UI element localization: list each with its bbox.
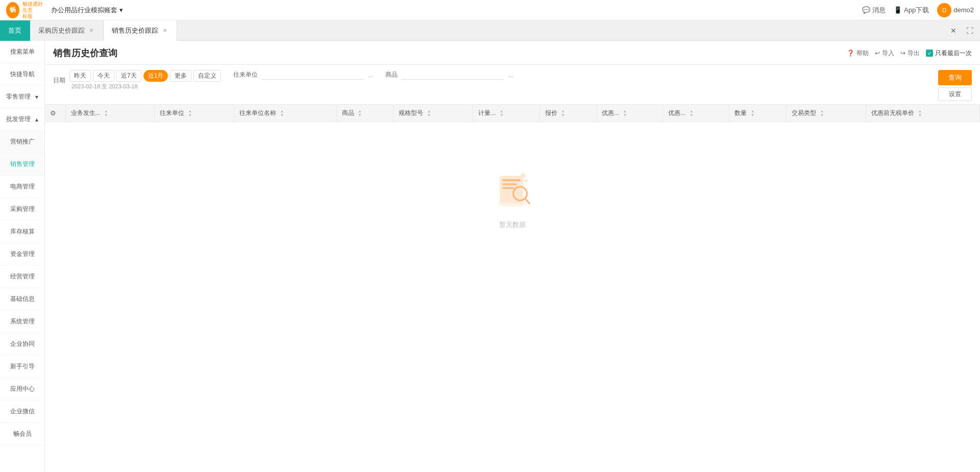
sidebar-item-wholesale-mgmt[interactable]: 批发管理 ▴ [0, 108, 44, 131]
sort-icon: ▲▼ [918, 109, 922, 117]
import-icon: ↩ [875, 50, 880, 57]
sidebar-item-finance[interactable]: 资金管理 [0, 243, 44, 266]
sidebar-item-new-guide[interactable]: 新手引导 [0, 356, 44, 378]
sidebar-item-sales-promo[interactable]: 营销推广 [0, 131, 44, 153]
query-button[interactable]: 查询 [938, 70, 972, 85]
last-only-checkbox[interactable]: ✓ 只看最后一次 [926, 49, 972, 58]
sidebar-item-search-menu[interactable]: 搜索菜单 [0, 41, 44, 63]
close-sales-tab-icon[interactable]: ✕ [161, 27, 168, 34]
sort-icon: ▲▼ [188, 109, 192, 117]
col-gear[interactable]: ⚙ [45, 105, 65, 122]
chevron-down-icon: ▾ [119, 6, 123, 14]
results-table: ⚙ 业务发生... ▲▼ 往来单位 ▲▼ 往来单位名称 ▲▼ [45, 105, 980, 122]
col-discount2[interactable]: 优惠... ▲▼ [663, 105, 729, 122]
sidebar-item-ecommerce[interactable]: 电商管理 [0, 176, 44, 198]
col-discount1[interactable]: 优惠... ▲▼ [597, 105, 663, 122]
help-button[interactable]: ❓ 帮助 [847, 49, 869, 58]
sidebar-item-purchase[interactable]: 采购管理 [0, 198, 44, 221]
empty-illustration [487, 163, 538, 214]
tab-sales-history[interactable]: 销售历史价跟踪 ✕ [104, 20, 177, 41]
sidebar-item-retail-mgmt[interactable]: 零售管理 ▾ [0, 86, 44, 108]
date-filter-group: 日期 昨天 今天 近7天 近1月 更多 自定义 2023-02-18 至 202… [53, 70, 221, 90]
gear-icon: ⚙ [50, 109, 56, 117]
date-btn-more[interactable]: 更多 [170, 70, 191, 82]
col-trade-type[interactable]: 交易类型 ▲▼ [787, 105, 866, 122]
sort-icon: ▲▼ [820, 109, 824, 117]
filter-bar: 日期 昨天 今天 近7天 近1月 更多 自定义 2023-02-18 至 202… [45, 65, 980, 105]
industry-selector[interactable]: 办公用品行业模拟账套 ▾ [51, 6, 123, 15]
topbar-left: 畅 畅捷通好生意 标版 办公用品行业模拟账套 ▾ [6, 1, 123, 19]
sidebar-item-system[interactable]: 系统管理 [0, 311, 44, 333]
tab-sales-history-label: 销售历史价跟踪 [112, 26, 158, 35]
sidebar-item-app-center[interactable]: 应用中心 [0, 378, 44, 400]
user-menu[interactable]: D demo2 [937, 3, 974, 17]
import-button[interactable]: ↩ 导入 [875, 49, 894, 58]
col-pre-discount-price[interactable]: 优惠前无税单价 ▲▼ [866, 105, 980, 122]
goods-label: 商品 [385, 70, 398, 79]
logo-area: 畅 畅捷通好生意 标版 [6, 1, 47, 19]
sidebar-item-sales-mgmt[interactable]: 销售管理 [0, 153, 44, 176]
partner-dots[interactable]: ... [368, 72, 373, 79]
svg-rect-2 [502, 179, 521, 181]
sidebar-item-inventory[interactable]: 库存核算 [0, 221, 44, 243]
avatar: D [937, 3, 951, 17]
date-buttons: 昨天 今天 近7天 近1月 更多 自定义 [69, 70, 221, 82]
sort-icon: ▲▼ [690, 109, 694, 117]
app-icon: 📱 [894, 6, 902, 14]
partner-label: 往来单位 [233, 70, 258, 79]
page-actions: ❓ 帮助 ↩ 导入 ↪ 导出 ✓ 只看最后一次 [847, 49, 972, 58]
col-partner-code[interactable]: 往来单位 ▲▼ [155, 105, 234, 122]
goods-filter-group: 商品 ... [385, 70, 513, 80]
fullscreen-button[interactable]: ⛶ [964, 25, 976, 37]
export-button[interactable]: ↪ 导出 [900, 49, 920, 58]
partner-filter-group: 往来单位 ... [233, 70, 373, 80]
settings-button[interactable]: 设置 [938, 87, 972, 101]
sidebar-item-enterprise[interactable]: 企业协同 [0, 333, 44, 356]
app-download-button[interactable]: 📱 App下载 [894, 6, 929, 15]
close-all-tabs-button[interactable]: ✕ [947, 25, 960, 37]
help-icon: ❓ [847, 50, 854, 57]
message-button[interactable]: 💬 消息 [862, 6, 886, 15]
logo-text: 畅捷通好生意 [22, 1, 47, 13]
page-header: 销售历史价查询 ❓ 帮助 ↩ 导入 ↪ 导出 ✓ [45, 41, 980, 65]
col-goods[interactable]: 商品 ▲▼ [336, 105, 394, 122]
close-purchase-tab-icon[interactable]: ✕ [88, 27, 95, 34]
sidebar: 搜索菜单 快捷导航 零售管理 ▾ 批发管理 ▴ 营销推广 销售管理 电商管理 采… [0, 41, 45, 472]
col-partner-name[interactable]: 往来单位名称 ▲▼ [234, 105, 337, 122]
svg-point-7 [521, 173, 526, 178]
goods-dots[interactable]: ... [508, 72, 513, 79]
sidebar-item-member[interactable]: 畅会员 [0, 423, 44, 445]
date-btn-last7[interactable]: 近7天 [116, 70, 141, 82]
sort-icon: ▲▼ [280, 109, 284, 117]
query-actions: 查询 设置 [938, 70, 972, 101]
topbar-right: 💬 消息 📱 App下载 D demo2 [862, 3, 974, 17]
sort-icon: ▲▼ [751, 109, 755, 117]
col-unit[interactable]: 计量... ▲▼ [473, 105, 540, 122]
sidebar-item-quick-nav[interactable]: 快捷导航 [0, 63, 44, 86]
main-layout: 搜索菜单 快捷导航 零售管理 ▾ 批发管理 ▴ 营销推广 销售管理 电商管理 采… [0, 41, 980, 472]
date-btn-last1m[interactable]: 近1月 [143, 70, 168, 82]
svg-point-8 [524, 179, 528, 183]
tab-home[interactable]: 首页 [0, 20, 30, 41]
goods-input[interactable] [402, 70, 504, 80]
col-spec[interactable]: 规格型号 ▲▼ [394, 105, 473, 122]
sidebar-item-basic-info[interactable]: 基础信息 [0, 288, 44, 311]
table-header: ⚙ 业务发生... ▲▼ 往来单位 ▲▼ 往来单位名称 ▲▼ [45, 105, 980, 122]
date-btn-custom[interactable]: 自定义 [193, 70, 221, 82]
col-qty[interactable]: 数量 ▲▼ [729, 105, 787, 122]
page-title: 销售历史价查询 [53, 47, 117, 59]
partner-input[interactable] [262, 70, 364, 80]
date-btn-today[interactable]: 今天 [93, 70, 114, 82]
tab-home-label: 首页 [8, 26, 21, 35]
col-quote[interactable]: 报价 ▲▼ [540, 105, 597, 122]
sort-icon: ▲▼ [623, 109, 627, 117]
sidebar-item-operations[interactable]: 经营管理 [0, 266, 44, 288]
col-biz-date[interactable]: 业务发生... ▲▼ [65, 105, 155, 122]
tabbar: 首页 采购历史价跟踪 ✕ 销售历史价跟踪 ✕ ✕ ⛶ [0, 20, 980, 41]
sidebar-item-wechat[interactable]: 企业微信 [0, 400, 44, 423]
date-btn-yesterday[interactable]: 昨天 [69, 70, 91, 82]
empty-text: 暂无数据 [499, 220, 526, 229]
chevron-up-icon: ▴ [35, 116, 38, 123]
tab-purchase-history[interactable]: 采购历史价跟踪 ✕ [30, 20, 104, 41]
sort-icon: ▲▼ [427, 109, 431, 117]
